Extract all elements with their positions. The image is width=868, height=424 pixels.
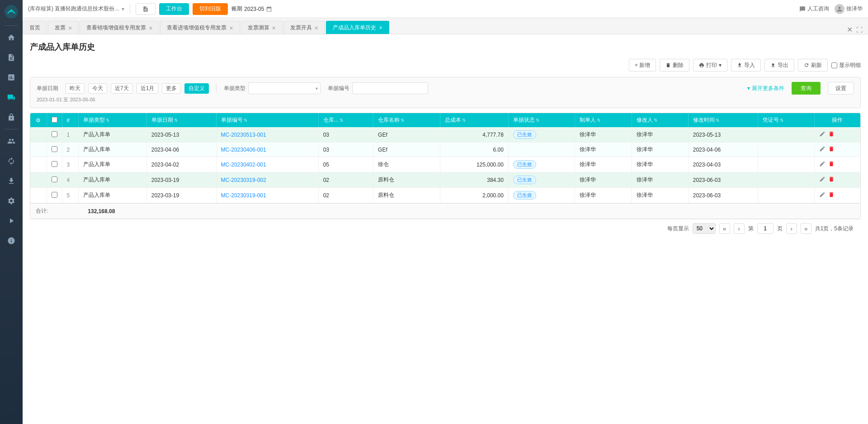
tab-invoice[interactable]: 发票 × bbox=[48, 21, 79, 34]
first-page-btn[interactable]: « bbox=[719, 223, 730, 234]
row-edit-icon[interactable] bbox=[819, 176, 826, 184]
th-creator[interactable]: 制单人⇅ bbox=[575, 113, 632, 127]
th-modify-time[interactable]: 修改时间⇅ bbox=[688, 113, 758, 127]
row-checkbox-3[interactable] bbox=[52, 176, 57, 182]
number-filter-input[interactable] bbox=[352, 82, 428, 94]
date-btn-custom[interactable]: 自定义 bbox=[184, 83, 209, 94]
row-number-link[interactable]: MC-20230319-002 bbox=[221, 177, 266, 183]
row-checkbox-0[interactable] bbox=[52, 131, 57, 137]
row-edit-icon[interactable] bbox=[819, 146, 826, 153]
th-settings[interactable]: ⚙ bbox=[30, 113, 47, 127]
tab-invoice-calc[interactable]: 发票测算 × bbox=[241, 21, 283, 34]
select-all-checkbox[interactable] bbox=[52, 117, 57, 123]
sidebar-item-people[interactable] bbox=[2, 132, 20, 150]
date-btn-yesterday[interactable]: 昨天 bbox=[66, 83, 85, 94]
support-link[interactable]: 人工咨询 bbox=[799, 5, 829, 13]
row-number-link[interactable]: MC-20230402-001 bbox=[221, 162, 266, 168]
th-total-cost[interactable]: 总成本⇅ bbox=[440, 113, 508, 127]
tab-check-sales-vat[interactable]: 查看销项增值税专用发票 × bbox=[80, 21, 159, 34]
row-checkbox-2[interactable] bbox=[52, 161, 57, 167]
refresh-btn[interactable]: 刷新 bbox=[798, 59, 828, 71]
tab-product-inbound-history[interactable]: 产成品入库单历史 × bbox=[326, 21, 389, 34]
last-page-btn[interactable]: » bbox=[801, 223, 811, 234]
fullscreen-btn[interactable]: ⛶ bbox=[856, 26, 863, 33]
tab-home[interactable]: 首页 bbox=[23, 21, 47, 34]
sidebar-item-refresh[interactable] bbox=[2, 152, 20, 170]
import-btn[interactable]: 导入 bbox=[731, 59, 761, 71]
row-number[interactable]: MC-20230406-001 bbox=[216, 143, 318, 157]
row-number[interactable]: MC-20230402-001 bbox=[216, 157, 318, 172]
th-modifier[interactable]: 修改人⇅ bbox=[632, 113, 688, 127]
th-type[interactable]: 单据类型⇅ bbox=[78, 113, 146, 127]
print-dropdown-icon[interactable]: ▾ bbox=[719, 62, 722, 68]
row-number[interactable]: MC-20230513-001 bbox=[216, 127, 318, 143]
th-warehouse-code[interactable]: 仓库...⇅ bbox=[318, 113, 373, 127]
row-delete-icon[interactable] bbox=[828, 161, 835, 168]
row-date: 2023-04-06 bbox=[146, 143, 216, 157]
export-btn[interactable]: 导出 bbox=[764, 59, 794, 71]
tab-close-invoice-open[interactable]: × bbox=[315, 25, 318, 31]
next-page-btn[interactable]: › bbox=[786, 223, 797, 234]
tab-check-purchase-vat[interactable]: 查看进项增值税专用发票 × bbox=[160, 21, 240, 34]
tab-close-invoice-calc[interactable]: × bbox=[272, 25, 276, 31]
sidebar-item-chart[interactable] bbox=[2, 68, 20, 86]
row-edit-icon[interactable] bbox=[819, 131, 826, 138]
tab-close-invoice[interactable]: × bbox=[68, 25, 72, 31]
expand-conditions-btn[interactable]: ▾ 展开更多条件 bbox=[747, 85, 784, 92]
tab-close-check-purchase-vat[interactable]: × bbox=[229, 25, 233, 31]
th-voucher[interactable]: 凭证号⇅ bbox=[758, 113, 814, 127]
date-btn-1month[interactable]: 近1月 bbox=[137, 83, 159, 94]
tab-close-check-sales-vat[interactable]: × bbox=[149, 25, 152, 31]
row-number[interactable]: MC-20230319-002 bbox=[216, 172, 318, 188]
sidebar-item-version[interactable] bbox=[2, 232, 20, 250]
close-all-tabs-btn[interactable]: ✕ bbox=[847, 25, 853, 34]
prev-page-btn[interactable]: ‹ bbox=[734, 223, 745, 234]
row-delete-icon[interactable] bbox=[828, 176, 835, 184]
page-number-input[interactable] bbox=[757, 223, 774, 234]
row-checkbox-4[interactable] bbox=[52, 192, 57, 198]
type-filter-select[interactable]: 产品入库单 bbox=[248, 82, 321, 94]
row-number-link[interactable]: MC-20230406-001 bbox=[221, 147, 266, 153]
delete-btn[interactable]: 删除 bbox=[660, 59, 689, 71]
print-btn[interactable]: 打印 ▾ bbox=[693, 59, 727, 71]
new-btn[interactable]: + 新增 bbox=[629, 59, 656, 71]
reset-btn[interactable]: 设置 bbox=[828, 82, 854, 95]
row-delete-icon[interactable] bbox=[828, 146, 835, 153]
tab-invoice-open[interactable]: 发票开具 × bbox=[283, 21, 325, 34]
row-number[interactable]: MC-20230319-001 bbox=[216, 188, 318, 203]
sidebar-item-home[interactable] bbox=[2, 29, 20, 47]
doc-btn[interactable] bbox=[136, 3, 156, 15]
date-btn-more[interactable]: 更多 bbox=[162, 83, 181, 94]
row-edit-icon[interactable] bbox=[819, 161, 826, 168]
th-warehouse-name[interactable]: 仓库名称⇅ bbox=[373, 113, 440, 127]
show-detail-checkbox[interactable] bbox=[831, 62, 837, 68]
row-delete-icon[interactable] bbox=[828, 191, 835, 199]
th-checkbox[interactable] bbox=[47, 113, 62, 127]
show-detail-toggle[interactable]: 显示明细 bbox=[831, 62, 861, 69]
sidebar-item-lock[interactable] bbox=[2, 108, 20, 126]
th-number[interactable]: 单据编号⇅ bbox=[216, 113, 318, 127]
sidebar-item-warehouse[interactable] bbox=[2, 88, 20, 106]
sidebar-item-download[interactable] bbox=[2, 172, 20, 190]
per-page-select[interactable]: 20 50 100 200 bbox=[693, 223, 716, 234]
row-checkbox-1[interactable] bbox=[52, 146, 57, 152]
sidebar-item-invoice[interactable] bbox=[2, 48, 20, 67]
row-edit-icon[interactable] bbox=[819, 191, 826, 199]
row-delete-icon[interactable] bbox=[828, 131, 835, 138]
settings-icon[interactable]: ⚙ bbox=[36, 117, 41, 124]
brand-dropdown-icon[interactable]: ▾ bbox=[122, 6, 124, 12]
query-btn[interactable]: 查询 bbox=[792, 82, 821, 95]
filter-date-range: 2023-01-01 至 2023-06-06 bbox=[37, 96, 854, 103]
row-number-link[interactable]: MC-20230513-001 bbox=[221, 132, 266, 138]
action-icons bbox=[819, 146, 856, 153]
sidebar-item-settings[interactable] bbox=[2, 192, 20, 210]
row-number-link[interactable]: MC-20230319-001 bbox=[221, 192, 266, 199]
th-status[interactable]: 单据状态⇅ bbox=[508, 113, 575, 127]
switch-old-btn[interactable]: 切到旧版 bbox=[193, 3, 228, 15]
tab-close-product-inbound-history[interactable]: × bbox=[379, 24, 382, 31]
date-btn-today[interactable]: 今天 bbox=[88, 83, 107, 94]
workbench-btn[interactable]: 工作台 bbox=[159, 3, 189, 15]
date-btn-7days[interactable]: 近7天 bbox=[111, 83, 133, 94]
sidebar-item-play[interactable] bbox=[2, 212, 20, 230]
th-date[interactable]: 单据日期⇅ bbox=[146, 113, 216, 127]
